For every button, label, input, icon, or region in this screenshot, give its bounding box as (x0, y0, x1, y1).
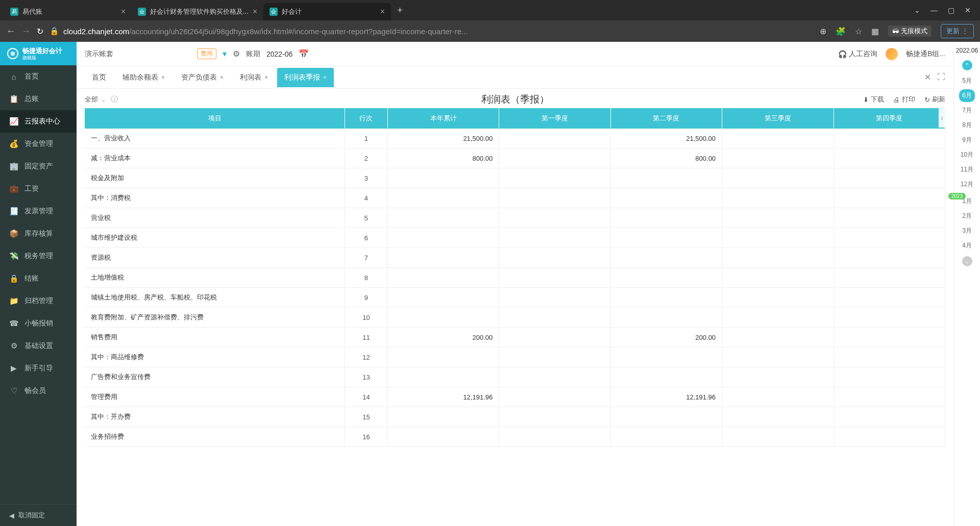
sidebar-item-1[interactable]: 📋总账 (0, 88, 77, 110)
item-cell: 税金及附加 (85, 168, 345, 188)
forward-button[interactable]: → (21, 26, 31, 37)
timeline-month[interactable]: 11月 (958, 163, 976, 176)
browser-tab-0[interactable]: 易易代账 × (4, 3, 132, 20)
update-button[interactable]: 更新 ⋮ (941, 24, 974, 38)
sidebar-item-3[interactable]: 💰资金管理 (0, 133, 77, 155)
sidebar-item-4[interactable]: 🏢固定资产 (0, 155, 77, 178)
line-cell: 10 (345, 308, 388, 328)
sidebar-item-8[interactable]: 💸税务管理 (0, 245, 77, 267)
timeline-month[interactable]: 2月 (959, 210, 975, 222)
table-row[interactable]: 减：营业成本2800.00800.00 (85, 148, 945, 168)
zoom-icon[interactable]: ⊕ (820, 27, 826, 36)
reload-button[interactable]: ↻ (37, 27, 43, 36)
browser-tab-1[interactable]: 会好会计财务管理软件购买价格及... × (132, 3, 263, 20)
timeline-up-icon[interactable]: ⌃ (962, 60, 972, 70)
back-button[interactable]: ← (6, 26, 15, 37)
timeline-month[interactable]: 3月 (959, 224, 975, 237)
account-name[interactable]: 演示账套 (85, 49, 113, 59)
sidebar-label: 资金管理 (24, 139, 53, 148)
table-row[interactable]: 资源税7 (85, 248, 945, 268)
apps-icon[interactable]: ▦ (871, 27, 879, 36)
line-cell: 16 (345, 427, 388, 447)
window-maximize[interactable]: ▢ (948, 6, 954, 14)
sidebar-item-14[interactable]: ♡畅会员 (0, 380, 77, 402)
app-logo[interactable]: ⊕ 畅捷通好会计 旗舰版 (0, 42, 77, 65)
timeline-month[interactable]: 10月 (958, 148, 976, 161)
sidebar-label: 工资 (24, 184, 39, 193)
add-tab-button[interactable]: + (391, 5, 409, 16)
app-frame: ⊕ 畅捷通好会计 旗舰版 ⌂首页📋总账📈云报表中心💰资金管理🏢固定资产💼工资🧾发… (0, 42, 980, 526)
support-link[interactable]: 🎧人工咨询 (838, 49, 877, 59)
item-cell: 城镇土地使用税、房产税、车船税、印花税 (85, 288, 345, 308)
table-row[interactable]: 业务招待费16 (85, 427, 945, 447)
address-bar[interactable]: 🔒 cloud2.chanjet.com/accounting/uh26t264… (50, 27, 814, 36)
table-row[interactable]: 土地增值税8 (85, 268, 945, 288)
table-row[interactable]: 其中：消费税4 (85, 188, 945, 208)
table-row[interactable]: 其中：开办费15 (85, 407, 945, 427)
sidebar-item-7[interactable]: 📦库存核算 (0, 222, 77, 245)
sidebar-item-13[interactable]: ▶新手引导 (0, 357, 77, 380)
close-all-icon[interactable]: ✕ (924, 72, 931, 82)
page-tab-0[interactable]: 首页 (85, 68, 113, 87)
fullscreen-icon[interactable]: ⛶ (937, 72, 945, 82)
tab-close-icon[interactable]: × (380, 7, 385, 16)
refresh-button[interactable]: ↻刷新 (924, 95, 945, 104)
page-tab-3[interactable]: 利润表× (233, 68, 275, 87)
table-row[interactable]: 一、营业收入121,500.0021,500.00 (85, 129, 945, 148)
settings-icon[interactable]: ⚙ (233, 49, 240, 59)
browser-tab-2[interactable]: 会好会计 × (263, 3, 391, 20)
tab-close-icon[interactable]: × (264, 74, 268, 81)
table-row[interactable]: 销售费用11200.00200.00 (85, 328, 945, 347)
table-row[interactable]: 城镇土地使用税、房产税、车船税、印花税9 (85, 288, 945, 308)
page-tab-1[interactable]: 辅助余额表× (115, 68, 172, 87)
timeline-month[interactable]: 9月 (959, 134, 975, 146)
table-row[interactable]: 管理费用1412,191.9612,191.96 (85, 387, 945, 407)
unpin-button[interactable]: ◀ 取消固定 (0, 504, 77, 526)
sidebar-item-12[interactable]: ⚙基础设置 (0, 335, 77, 357)
table-row[interactable]: 教育费附加、矿产资源补偿费、排污费10 (85, 308, 945, 328)
timeline-month[interactable]: 8月 (959, 119, 975, 132)
extension-icon[interactable]: 🧩 (836, 27, 846, 36)
scroll-right-icon[interactable]: › (939, 108, 945, 128)
table-row[interactable]: 税金及附加3 (85, 168, 945, 188)
table-row[interactable]: 营业税5 (85, 208, 945, 228)
window-minimize[interactable]: — (930, 6, 938, 14)
timeline-month[interactable]: 7月 (959, 104, 975, 117)
page-tab-2[interactable]: 资产负债表× (174, 68, 231, 87)
sidebar-item-2[interactable]: 📈云报表中心 (0, 110, 77, 133)
tab-close-icon[interactable]: × (323, 74, 327, 81)
help-icon[interactable]: ⓘ (111, 95, 118, 104)
calendar-icon[interactable]: 📅 (299, 49, 309, 59)
sidebar-item-11[interactable]: ☎小畅报销 (0, 312, 77, 335)
print-button[interactable]: 🖨打印 (893, 95, 915, 104)
q4-cell (834, 288, 945, 308)
timeline-down-icon[interactable]: ⌄ (962, 256, 972, 266)
user-name[interactable]: 畅捷通B组... (906, 49, 945, 59)
sidebar-item-0[interactable]: ⌂首页 (0, 65, 77, 88)
tab-close-icon[interactable]: × (253, 7, 257, 16)
timeline-month[interactable]: 12月 (958, 178, 976, 191)
table-row[interactable]: 其中：商品维修费12 (85, 347, 945, 367)
tab-close-icon[interactable]: × (161, 74, 165, 81)
timeline-month[interactable]: 6月 (959, 89, 975, 102)
lock-icon: 🔒 (50, 27, 59, 36)
timeline-month[interactable]: 4月 (959, 239, 975, 252)
sidebar-item-5[interactable]: 💼工资 (0, 178, 77, 200)
page-tab-4[interactable]: 利润表季报× (277, 68, 334, 87)
window-close[interactable]: ✕ (965, 6, 971, 14)
filter-dropdown[interactable]: 全部 ⌄ ⓘ (85, 95, 118, 104)
bookmark-icon[interactable]: ☆ (855, 27, 862, 36)
q1-cell (499, 328, 610, 347)
download-button[interactable]: ⬇下载 (863, 95, 884, 104)
table-row[interactable]: 城市维护建设税6 (85, 228, 945, 248)
sidebar-item-10[interactable]: 📁归档管理 (0, 290, 77, 312)
sidebar-item-9[interactable]: 🔒结账 (0, 267, 77, 290)
table-row[interactable]: 广告费和业务宣传费13 (85, 367, 945, 387)
sidebar-item-6[interactable]: 🧾发票管理 (0, 200, 77, 222)
user-avatar[interactable] (886, 48, 898, 60)
timeline-month[interactable]: 5月 (959, 74, 975, 87)
account-dropdown[interactable]: ▾ (223, 49, 227, 59)
window-dropdown[interactable]: ⌄ (914, 6, 920, 14)
tab-close-icon[interactable]: × (220, 74, 224, 81)
tab-close-icon[interactable]: × (121, 7, 126, 16)
